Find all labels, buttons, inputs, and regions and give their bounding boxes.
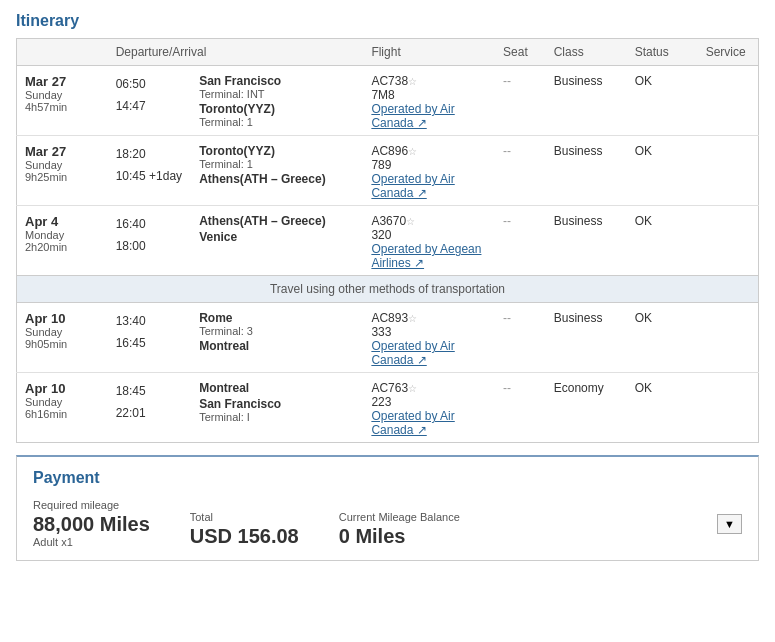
required-mileage-value: 88,000 Miles: [33, 513, 150, 536]
operator-link[interactable]: Operated by Air Canada ↗: [371, 409, 454, 437]
segment-times: 18:45 22:01: [108, 373, 191, 443]
header-flight: Flight: [363, 39, 495, 66]
segment-seat: --: [495, 303, 546, 373]
balance-value: 0 Miles: [339, 525, 460, 548]
segment-service: [698, 206, 759, 276]
segment-service: [698, 136, 759, 206]
segment-cities: Montreal San Francisco Terminal: I: [191, 373, 363, 443]
segment-seat: --: [495, 66, 546, 136]
total-item: Total USD 156.08: [190, 511, 299, 548]
segment-date: Apr 10 Sunday 6h16min: [17, 373, 108, 443]
header-date: [17, 39, 108, 66]
segment-times: 06:50 14:47: [108, 66, 191, 136]
payment-section: Payment Required mileage 88,000 Miles Ad…: [16, 455, 759, 561]
header-status: Status: [627, 39, 698, 66]
segment-class: Economy: [546, 373, 627, 443]
balance-item: Current Mileage Balance 0 Miles: [339, 511, 460, 548]
segment-seat: --: [495, 206, 546, 276]
itinerary-table: Departure/Arrival Flight Seat Class Stat…: [16, 38, 759, 443]
total-value: USD 156.08: [190, 525, 299, 548]
operator-link[interactable]: Operated by Air Canada ↗: [371, 339, 454, 367]
segment-class: Business: [546, 66, 627, 136]
segment-flight: AC896☆ 789 Operated by Air Canada ↗: [363, 136, 495, 206]
segment-flight: A3670☆ 320 Operated by Aegean Airlines ↗: [363, 206, 495, 276]
operator-link[interactable]: Operated by Air Canada ↗: [371, 172, 454, 200]
segment-cities: Rome Terminal: 3 Montreal: [191, 303, 363, 373]
segment-times: 18:20 10:45 +1day: [108, 136, 191, 206]
total-label: Total: [190, 511, 299, 523]
required-mileage-label: Required mileage: [33, 499, 150, 511]
payment-grid: Required mileage 88,000 Miles Adult x1 T…: [33, 499, 742, 548]
segment-times: 16:40 18:00: [108, 206, 191, 276]
segment-cities: Athens(ATH – Greece) Venice: [191, 206, 363, 276]
separator-text: Travel using other methods of transporta…: [17, 276, 759, 303]
segment-status: OK: [627, 303, 698, 373]
segment-class: Business: [546, 136, 627, 206]
segment-service: [698, 66, 759, 136]
table-row: Apr 4 Monday 2h20min 16:40 18:00 Athens(…: [17, 206, 759, 276]
operator-link[interactable]: Operated by Air Canada ↗: [371, 102, 454, 130]
segment-status: OK: [627, 136, 698, 206]
operator-link[interactable]: Operated by Aegean Airlines ↗: [371, 242, 481, 270]
segment-status: OK: [627, 206, 698, 276]
separator-row: Travel using other methods of transporta…: [17, 276, 759, 303]
segment-date: Mar 27 Sunday 9h25min: [17, 136, 108, 206]
segment-status: OK: [627, 66, 698, 136]
itinerary-title: Itinerary: [16, 12, 759, 30]
dropdown-button[interactable]: ▼: [717, 514, 742, 534]
table-row: Mar 27 Sunday 4h57min 06:50 14:47 San Fr…: [17, 66, 759, 136]
segment-class: Business: [546, 303, 627, 373]
segment-date: Apr 4 Monday 2h20min: [17, 206, 108, 276]
required-mileage-sub: Adult x1: [33, 536, 150, 548]
table-row: Apr 10 Sunday 6h16min 18:45 22:01 Montre…: [17, 373, 759, 443]
header-service: Service: [698, 39, 759, 66]
segment-date: Apr 10 Sunday 9h05min: [17, 303, 108, 373]
table-row: Apr 10 Sunday 9h05min 13:40 16:45 Rome T…: [17, 303, 759, 373]
header-seat: Seat: [495, 39, 546, 66]
segment-seat: --: [495, 136, 546, 206]
payment-title: Payment: [33, 469, 742, 487]
segment-class: Business: [546, 206, 627, 276]
segment-date: Mar 27 Sunday 4h57min: [17, 66, 108, 136]
required-mileage-item: Required mileage 88,000 Miles Adult x1: [33, 499, 150, 548]
header-class: Class: [546, 39, 627, 66]
segment-flight: AC893☆ 333 Operated by Air Canada ↗: [363, 303, 495, 373]
segment-service: [698, 373, 759, 443]
table-row: Mar 27 Sunday 9h25min 18:20 10:45 +1day …: [17, 136, 759, 206]
segment-seat: --: [495, 373, 546, 443]
table-header-row: Departure/Arrival Flight Seat Class Stat…: [17, 39, 759, 66]
segment-cities: Toronto(YYZ) Terminal: 1 Athens(ATH – Gr…: [191, 136, 363, 206]
balance-label: Current Mileage Balance: [339, 511, 460, 523]
segment-cities: San Francisco Terminal: INT Toronto(YYZ)…: [191, 66, 363, 136]
segment-service: [698, 303, 759, 373]
segment-flight: AC738☆ 7M8 Operated by Air Canada ↗: [363, 66, 495, 136]
header-departure-arrival: Departure/Arrival: [108, 39, 364, 66]
segment-status: OK: [627, 373, 698, 443]
segment-flight: AC763☆ 223 Operated by Air Canada ↗: [363, 373, 495, 443]
segment-times: 13:40 16:45: [108, 303, 191, 373]
